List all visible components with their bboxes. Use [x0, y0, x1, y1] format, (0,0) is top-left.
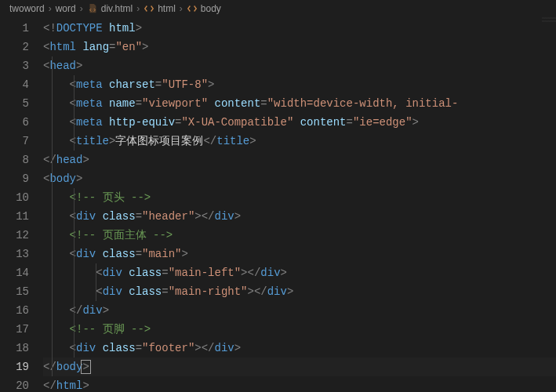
code-line[interactable]: <!DOCTYPE html> [43, 19, 556, 38]
line-number[interactable]: 11 [0, 207, 29, 226]
code-line[interactable]: <div class="header"></div> [43, 207, 556, 226]
line-number[interactable]: 14 [0, 263, 29, 282]
file-code-icon [87, 3, 98, 14]
code-line[interactable]: <head> [43, 56, 556, 75]
code-line[interactable]: <meta charset="UTF-8"> [43, 75, 556, 94]
code-line[interactable]: <!-- 页头 --> [43, 188, 556, 207]
line-number[interactable]: 6 [0, 113, 29, 132]
line-number[interactable]: 8 [0, 151, 29, 169]
line-number[interactable]: 10 [0, 188, 29, 207]
code-line[interactable]: <!-- 页面主体 --> [43, 226, 556, 245]
code-line[interactable]: <div class="footer"></div> [43, 339, 556, 358]
line-number[interactable]: 15 [0, 282, 29, 301]
code-line[interactable]: <meta name="viewport" content="width=dev… [43, 94, 556, 113]
crumb-body[interactable]: body [187, 3, 221, 14]
chevron-right-icon: › [49, 3, 52, 14]
cursor: > [81, 360, 90, 374]
chevron-right-icon: › [80, 3, 83, 14]
crumb-twoword[interactable]: twoword [9, 3, 45, 14]
line-number[interactable]: 12 [0, 226, 29, 245]
crumb-word[interactable]: word [56, 3, 76, 14]
code-area[interactable]: <!DOCTYPE html> <html lang="en"> <head> … [43, 19, 556, 392]
code-line[interactable]: </html> [43, 376, 556, 392]
code-line[interactable]: </head> [43, 151, 556, 169]
code-line[interactable]: <title>字体图标项目案例</title> [43, 132, 556, 151]
chevron-right-icon: › [180, 3, 183, 14]
code-line[interactable]: <div class="main-left"></div> [43, 263, 556, 282]
line-number[interactable]: 9 [0, 169, 29, 188]
code-line[interactable]: <html lang="en"> [43, 38, 556, 56]
crumb-html[interactable]: html [144, 3, 176, 14]
line-number[interactable]: 20 [0, 376, 29, 392]
symbol-icon [187, 3, 198, 14]
minimap[interactable] [542, 17, 556, 56]
line-number[interactable]: 17 [0, 320, 29, 339]
code-line[interactable]: <body> [43, 169, 556, 188]
symbol-icon [144, 3, 154, 14]
line-number[interactable]: 3 [0, 56, 29, 75]
line-number[interactable]: 13 [0, 245, 29, 263]
line-number[interactable]: 16 [0, 301, 29, 320]
line-number[interactable]: 4 [0, 75, 29, 94]
line-number[interactable]: 19 [0, 358, 29, 376]
code-line[interactable]: <meta http-equiv="X-UA-Compatible" conte… [43, 113, 556, 132]
line-number-gutter[interactable]: 1 2 3 4 5 6 7 8 9 10 11 12 13 14 15 16 1… [0, 19, 43, 392]
crumb-file[interactable]: div.html [87, 3, 133, 14]
line-number[interactable]: 1 [0, 19, 29, 38]
line-number[interactable]: 18 [0, 339, 29, 358]
code-line-active[interactable]: </body> [43, 358, 556, 376]
breadcrumb[interactable]: twoword › word › div.html › html › body [0, 0, 556, 17]
code-line[interactable]: <!-- 页脚 --> [43, 320, 556, 339]
code-line[interactable]: </div> [43, 301, 556, 320]
code-line[interactable]: <div class="main"> [43, 245, 556, 263]
code-line[interactable]: <div class="main-right"></div> [43, 282, 556, 301]
line-number[interactable]: 7 [0, 132, 29, 151]
code-editor[interactable]: 1 2 3 4 5 6 7 8 9 10 11 12 13 14 15 16 1… [0, 17, 556, 392]
line-number[interactable]: 2 [0, 38, 29, 56]
line-number[interactable]: 5 [0, 94, 29, 113]
chevron-right-icon: › [136, 3, 140, 14]
